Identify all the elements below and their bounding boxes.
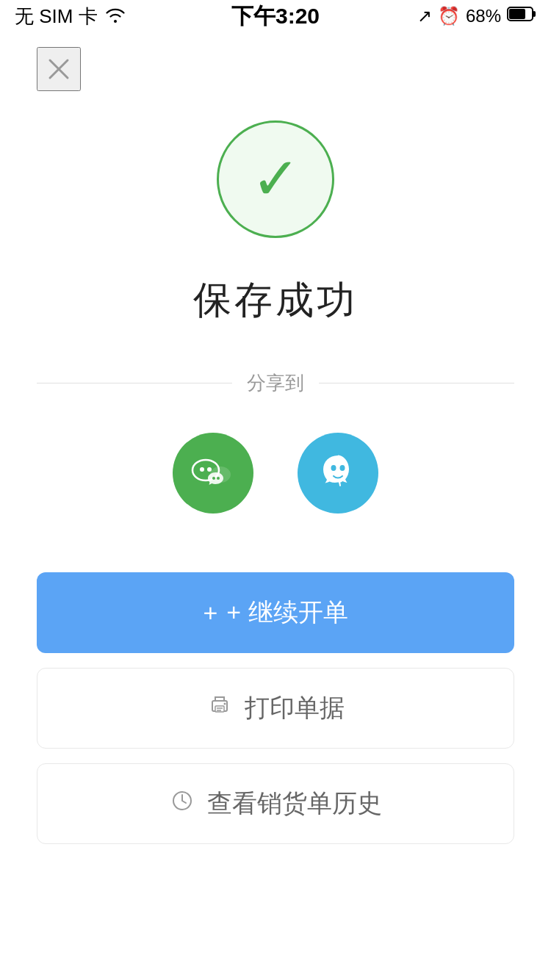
svg-point-11 [331, 465, 336, 471]
qq-share-button[interactable] [298, 433, 378, 514]
history-label: 查看销货单历史 [207, 787, 382, 821]
continue-label: + 继续开单 [226, 596, 347, 630]
battery-icon [507, 6, 536, 26]
share-divider: 分享到 [37, 370, 514, 396]
wechat-share-button[interactable] [173, 433, 253, 514]
share-icons [173, 433, 378, 514]
svg-point-8 [207, 467, 212, 472]
checkmark-icon: ✓ [251, 150, 300, 209]
continue-button[interactable]: + + 继续开单 [37, 572, 514, 653]
status-right: ↗ ⏰ 68% [417, 6, 536, 26]
svg-point-9 [212, 477, 215, 480]
main-content: ✓ 保存成功 分享到 [0, 32, 551, 980]
print-label: 打印单据 [245, 691, 345, 725]
history-button[interactable]: 查看销货单历史 [37, 763, 514, 844]
wifi-icon [105, 5, 126, 28]
svg-point-12 [340, 465, 345, 471]
svg-point-17 [224, 703, 226, 705]
action-buttons: + + 继续开单 打印单据 [37, 572, 514, 844]
svg-point-10 [217, 477, 220, 480]
status-time: 下午3:20 [231, 1, 320, 32]
location-icon: ↗ [417, 6, 432, 26]
alarm-icon: ⏰ [438, 6, 460, 26]
printer-icon [206, 692, 233, 724]
print-button[interactable]: 打印单据 [37, 668, 514, 749]
svg-rect-2 [509, 9, 525, 19]
status-left: 无 SIM 卡 [15, 4, 126, 29]
svg-rect-14 [215, 706, 224, 712]
status-bar: 无 SIM 卡 下午3:20 ↗ ⏰ 68% [0, 0, 551, 32]
history-icon [169, 788, 195, 820]
svg-point-7 [200, 467, 204, 472]
share-label: 分享到 [247, 370, 304, 396]
svg-rect-1 [533, 11, 536, 17]
continue-icon: + [203, 599, 217, 627]
sim-text: 无 SIM 卡 [15, 4, 98, 29]
success-title: 保存成功 [193, 275, 358, 326]
close-button[interactable] [37, 47, 81, 91]
success-circle: ✓ [217, 120, 334, 238]
battery-text: 68% [466, 6, 501, 26]
